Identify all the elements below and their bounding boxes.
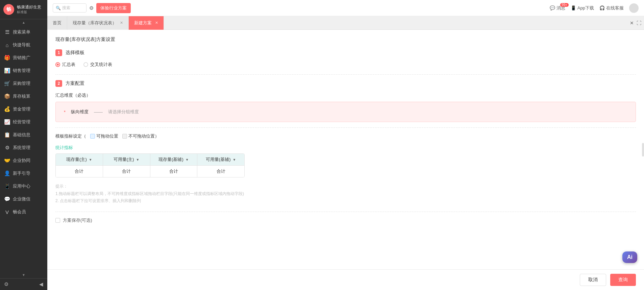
message-icon: 💬 — [550, 5, 555, 10]
cancel-button[interactable]: 取消 — [580, 274, 606, 286]
topbar-right: 💬 消息 99+ 📱 App下载 🎧 在线客服 — [550, 3, 639, 13]
indicator-label: 模板指标设定（ — [55, 133, 86, 139]
online-service-btn[interactable]: 🎧 在线客服 — [599, 5, 624, 11]
tabs-bar: 首页 现存量（库存状况表） ✕ 新建方案 ✕ ✕ ⛶ — [47, 16, 644, 30]
tip-1: 1.拖动标题栏可以调整布局，不可跨维度或指标区域拖动栏目字段(只能在同一维度或指… — [55, 190, 636, 198]
stats-col-1-chevron[interactable]: ▼ — [136, 158, 140, 162]
template-summary-label: 汇总表 — [62, 62, 75, 68]
sidebar-item-membership[interactable]: V 畅会员 — [0, 206, 47, 218]
sidebar-item-system[interactable]: ⚙ 系统管理 — [0, 141, 47, 154]
phone-icon: 📱 — [571, 5, 576, 10]
template-options: 汇总表 交叉统计表 — [55, 62, 636, 68]
sidebar-toggle-icon[interactable]: ◀ — [39, 281, 43, 287]
sidebar-item-quick-nav[interactable]: ⌂ 快捷导航 — [0, 39, 47, 51]
stats-col-3-chevron[interactable]: ▼ — [233, 158, 236, 162]
tab-close-icon[interactable]: ✕ — [630, 20, 634, 26]
sidebar-item-basic-info[interactable]: 📋 基础信息 — [0, 128, 47, 141]
draggable-box — [90, 134, 95, 139]
sidebar-item-search-menu[interactable]: ☰ 搜索菜单 — [0, 26, 47, 39]
sidebar-item-label: 基础信息 — [13, 132, 30, 138]
tab-inventory-close[interactable]: ✕ — [120, 21, 123, 25]
tab-new-plan-close[interactable]: ✕ — [155, 21, 158, 25]
dim-placeholder[interactable]: 请选择分组维度 — [108, 109, 139, 115]
stats-table-header: 现存量(主) ▼ 可用量(主) ▼ 现存量(基辅) ▼ 可用量(基辅) ▼ — [56, 154, 244, 165]
app-download-btn[interactable]: 📱 App下载 — [571, 5, 594, 11]
sidebar-item-purchase[interactable]: 🛒 采购管理 — [0, 77, 47, 90]
stats-label: 统计指标 — [55, 145, 636, 151]
app-center-icon: 📱 — [4, 183, 10, 189]
stats-col-2-chevron[interactable]: ▼ — [185, 158, 189, 162]
section2-header: 2 方案配置 — [55, 80, 636, 87]
sidebar-item-label: 畅会员 — [13, 209, 26, 215]
stats-cell-0-2: 合计 — [150, 166, 198, 177]
section-choose-template: 1 选择模板 汇总表 交叉统计表 — [55, 49, 636, 68]
save-option[interactable]: 方案保存(可选) — [55, 217, 636, 223]
tabs-right: ✕ ⛶ — [630, 20, 644, 26]
sidebar-item-label: 经营管理 — [13, 119, 30, 125]
tab-home-label: 首页 — [53, 20, 61, 26]
stats-col-0-chevron[interactable]: ▼ — [89, 158, 92, 162]
section1-title: 选择模板 — [66, 50, 84, 56]
sidebar-scroll-down[interactable]: ▼ — [0, 272, 47, 278]
ai-button[interactable]: Ai — [622, 251, 637, 263]
nodrag-box — [122, 134, 127, 139]
section2-title: 方案配置 — [66, 80, 84, 87]
messages-btn[interactable]: 💬 消息 99+ — [550, 5, 565, 11]
stats-col-3-label: 可用量(基辅) — [206, 156, 231, 163]
sidebar-item-label: 快捷导航 — [13, 42, 30, 48]
sidebar-item-finance[interactable]: 💰 资金管理 — [0, 103, 47, 116]
sidebar-item-label: 采购管理 — [13, 80, 30, 87]
sidebar-item-sales[interactable]: 📊 销售管理 — [0, 64, 47, 77]
stats-cell-0-3: 合计 — [197, 166, 244, 177]
sidebar-item-new-guide[interactable]: 👤 新手引导 — [0, 167, 47, 180]
template-option-summary[interactable]: 汇总表 — [55, 62, 75, 68]
page-footer: 取消 查询 — [47, 269, 644, 290]
sidebar-item-label: 企业协同 — [13, 158, 30, 164]
sidebar-item-enterprise[interactable]: 🤝 企业协同 — [0, 154, 47, 167]
purchase-icon: 🛒 — [4, 80, 10, 87]
draggable-label: 可拖动位置 — [96, 133, 118, 139]
draggable-indicator: 可拖动位置 — [90, 133, 118, 139]
sidebar-item-app-center[interactable]: 📱 应用中心 — [0, 180, 47, 193]
stats-col-1-label: 可用量(主) — [114, 156, 134, 163]
sidebar-item-label: 销售管理 — [13, 68, 30, 74]
user-area[interactable] — [629, 3, 639, 13]
gear-icon[interactable]: ⚙ — [89, 5, 94, 11]
finance-icon: 💰 — [4, 106, 10, 112]
topbar-search-box[interactable]: 🔍 搜索 — [53, 3, 86, 13]
sidebar-item-marketing[interactable]: 🎁 营销推广 — [0, 51, 47, 64]
tab-inventory-label: 现存量（库存状况表） — [73, 20, 117, 26]
radio-summary[interactable] — [55, 62, 60, 67]
sidebar-item-label: 营销推广 — [13, 55, 30, 61]
save-checkbox[interactable] — [55, 218, 60, 223]
sidebar-item-operation[interactable]: 📈 经营管理 — [0, 116, 47, 128]
sidebar-settings-icon[interactable]: ⚙ — [4, 281, 8, 287]
basic-info-icon: 📋 — [4, 132, 10, 138]
logo-name: 畅康通好生意 — [17, 4, 41, 10]
sidebar-bottom: ⚙ ◀ — [0, 278, 47, 290]
sidebar-item-inventory[interactable]: 📦 库存核算 — [0, 90, 47, 103]
sidebar-scroll-up[interactable]: ▲ — [0, 19, 47, 26]
marketing-icon: 🎁 — [4, 55, 10, 61]
stats-col-0-label: 现存量(主) — [66, 156, 87, 163]
template-option-cross[interactable]: 交叉统计表 — [83, 62, 112, 68]
user-avatar — [629, 3, 639, 13]
page-title: 现存量(库存状况表)方案设置 — [55, 37, 636, 43]
stats-col-2: 现存量(基辅) ▼ — [150, 154, 198, 165]
tab-new-plan[interactable]: 新建方案 ✕ — [129, 16, 164, 30]
trial-btn[interactable]: 体验行业方案 — [96, 3, 131, 13]
sidebar-item-wechat[interactable]: 💬 企业微信 — [0, 193, 47, 206]
logo-badge: 标准版 — [17, 10, 41, 15]
operation-icon: 📈 — [4, 119, 10, 125]
section1-num: 1 — [55, 49, 62, 56]
quick-nav-icon: ⌂ — [4, 42, 10, 48]
main-area: 🔍 搜索 ⚙ 体验行业方案 💬 消息 99+ 📱 App下载 🎧 在线客服 — [47, 0, 644, 290]
inventory-icon: 📦 — [4, 93, 10, 99]
tab-inventory-status[interactable]: 现存量（库存状况表） ✕ — [67, 16, 129, 30]
stats-table: 现存量(主) ▼ 可用量(主) ▼ 现存量(基辅) ▼ 可用量(基辅) ▼ — [55, 153, 245, 177]
radio-cross[interactable] — [83, 62, 88, 67]
query-button[interactable]: 查询 — [610, 274, 636, 286]
section-plan-config: 2 方案配置 汇总维度（必选） * 纵向维度 —— 请选择分组维度 模板指标设定… — [55, 80, 636, 205]
tab-expand-icon[interactable]: ⛶ — [637, 20, 641, 26]
tab-home[interactable]: 首页 — [47, 16, 67, 30]
